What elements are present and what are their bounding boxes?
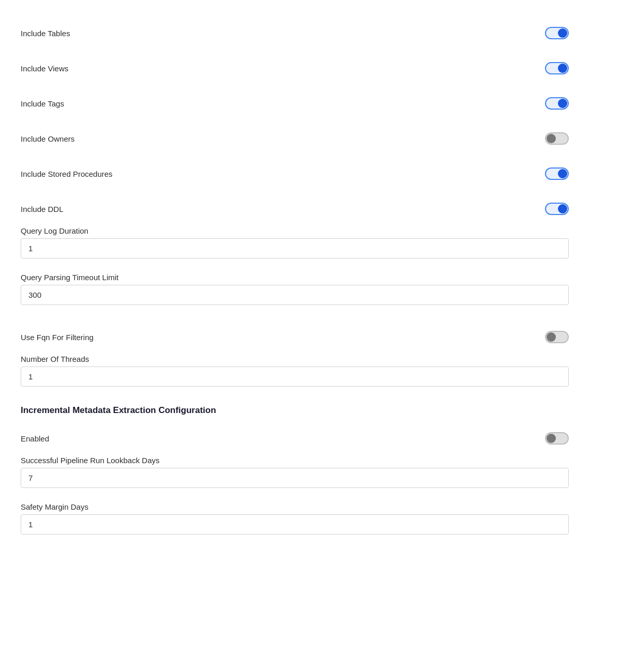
query-log-duration-input[interactable] <box>21 238 569 258</box>
use-fqn-row: Use Fqn For Filtering <box>21 319 569 355</box>
enabled-track <box>545 432 569 445</box>
safety-margin-days-group: Safety Margin Days <box>21 502 569 545</box>
include-tags-track <box>545 97 569 110</box>
include-stored-procedures-toggle[interactable] <box>545 167 569 180</box>
include-views-toggle[interactable] <box>545 62 569 74</box>
include-views-thumb <box>558 64 567 73</box>
safety-margin-days-label: Safety Margin Days <box>21 502 569 511</box>
include-stored-procedures-track <box>545 167 569 180</box>
include-ddl-track <box>545 203 569 215</box>
safety-margin-days-input[interactable] <box>21 514 569 534</box>
number-of-threads-input[interactable] <box>21 366 569 387</box>
lookback-days-group: Successful Pipeline Run Lookback Days <box>21 456 569 498</box>
include-views-track <box>545 62 569 74</box>
include-views-label: Include Views <box>21 64 68 73</box>
incremental-section-title: Incremental Metadata Extraction Configur… <box>21 405 569 416</box>
include-tables-row: Include Tables <box>21 16 569 51</box>
lookback-days-label: Successful Pipeline Run Lookback Days <box>21 456 569 465</box>
include-owners-label: Include Owners <box>21 134 74 143</box>
include-ddl-label: Include DDL <box>21 205 64 213</box>
include-ddl-row: Include DDL <box>21 191 569 226</box>
include-tags-label: Include Tags <box>21 99 64 108</box>
lookback-days-input[interactable] <box>21 468 569 488</box>
use-fqn-toggle[interactable] <box>545 331 569 343</box>
enabled-row: Enabled <box>21 421 569 456</box>
include-stored-procedures-thumb <box>558 169 567 178</box>
query-log-duration-label: Query Log Duration <box>21 226 569 235</box>
enabled-label: Enabled <box>21 434 49 443</box>
include-stored-procedures-label: Include Stored Procedures <box>21 170 113 178</box>
include-tags-row: Include Tags <box>21 86 569 121</box>
include-owners-track <box>545 132 569 145</box>
enabled-thumb <box>547 434 556 443</box>
use-fqn-thumb <box>547 332 556 342</box>
include-owners-thumb <box>547 134 556 143</box>
use-fqn-track <box>545 331 569 343</box>
toggle-rows-container: Include TablesInclude ViewsInclude TagsI… <box>21 16 569 226</box>
include-ddl-thumb <box>558 204 567 213</box>
include-tables-label: Include Tables <box>21 29 70 38</box>
include-ddl-toggle[interactable] <box>545 203 569 215</box>
number-of-threads-group: Number Of Threads <box>21 355 569 397</box>
use-fqn-label: Use Fqn For Filtering <box>21 333 94 342</box>
number-of-threads-label: Number Of Threads <box>21 355 569 363</box>
query-log-duration-group: Query Log Duration <box>21 226 569 269</box>
query-parsing-timeout-group: Query Parsing Timeout Limit <box>21 273 569 315</box>
include-views-row: Include Views <box>21 51 569 86</box>
include-tables-track <box>545 27 569 39</box>
include-owners-toggle[interactable] <box>545 132 569 145</box>
include-tables-thumb <box>558 28 567 38</box>
include-tags-toggle[interactable] <box>545 97 569 110</box>
include-tables-toggle[interactable] <box>545 27 569 39</box>
settings-container: Include TablesInclude ViewsInclude TagsI… <box>21 10 569 545</box>
query-parsing-timeout-input[interactable] <box>21 285 569 305</box>
include-owners-row: Include Owners <box>21 121 569 156</box>
include-tags-thumb <box>558 99 567 108</box>
query-parsing-timeout-label: Query Parsing Timeout Limit <box>21 273 569 282</box>
include-stored-procedures-row: Include Stored Procedures <box>21 156 569 191</box>
enabled-toggle[interactable] <box>545 432 569 445</box>
